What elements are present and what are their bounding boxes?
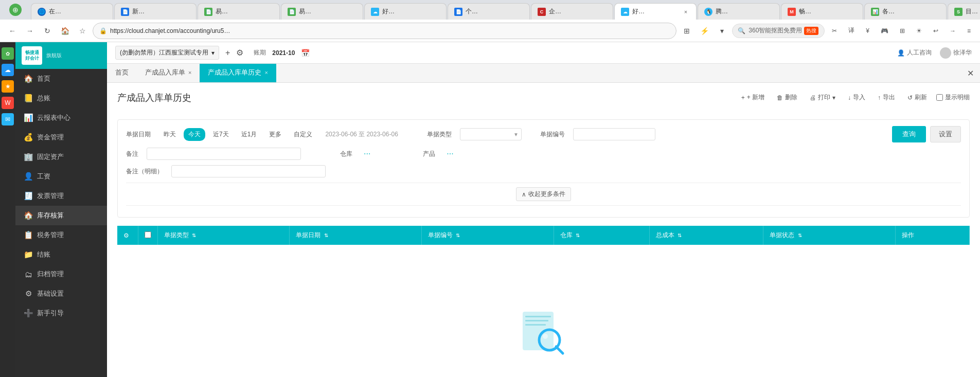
remark-detail-input[interactable] [171,165,326,177]
tab-close-btn[interactable]: × [682,8,690,16]
date-btn-1month[interactable]: 近1月 [237,128,262,141]
page-tab-home[interactable]: 首页 [107,64,137,82]
browser-tab-10[interactable]: M 畅… [781,3,863,20]
import-icon: ↓ [848,94,851,101]
flash-btn[interactable]: ⚡ [697,24,711,38]
th-total-cost[interactable]: 总成本 ⇅ [649,226,763,245]
page-tabs: 首页 产成品入库单 × 产成品入库单历史 × ✕ [107,64,980,83]
search-bar[interactable]: 🔍 360智能抠图免费用 热搜 [732,24,825,38]
sidebar-item-funds[interactable]: 💰 资金管理 [15,128,107,147]
sidebar-item-newvoucher[interactable]: ➕ 新手引导 [15,303,107,323]
th-status[interactable]: 单据状态 ⇅ [763,226,896,245]
content-area: 产成品入库单历史 + + 新增 🗑 删除 🖨 打印 [107,83,980,377]
calendar-icon[interactable]: 📅 [301,49,310,57]
search-btn[interactable]: 查询 [892,126,926,142]
browser-tab-8[interactable]: ☁ 好… × [614,3,697,20]
sidebar-item-home[interactable]: 🏠 首页 [15,69,107,88]
voucher-type-select[interactable] [460,128,522,140]
grid-btn[interactable]: ⊞ [896,24,909,38]
sidebar-item-archive[interactable]: 🗂 归档管理 [15,264,107,284]
tab-close-voucher[interactable]: × [188,69,191,76]
game-btn[interactable]: 🎮 [877,24,893,38]
add-btn[interactable]: + + 新增 [738,91,768,104]
print-btn[interactable]: 🖨 打印 ▾ [807,91,839,104]
refresh-btn[interactable]: ↻ [40,24,55,38]
page-tab-voucher-list[interactable]: 产成品入库单 × [137,64,200,82]
browser-tab-4[interactable]: 📄 易… [281,3,363,20]
launcher-icon-2[interactable]: ☁ [2,64,14,76]
user-service-btn[interactable]: 👤 人工咨询 [897,48,932,57]
warehouse-label: 仓库 [340,150,352,158]
th-warehouse[interactable]: 仓库 ⇅ [554,226,649,245]
browser-tab-9[interactable]: 🐧 腾… [698,3,780,20]
tab-close-history[interactable]: × [264,69,268,76]
browser-tab-7[interactable]: C 企… [531,3,613,20]
collapse-btn[interactable]: ∧ 收起更多条件 [516,187,571,201]
date-btn-today[interactable]: 今天 [184,128,205,141]
voucher-no-input[interactable] [573,128,655,140]
theme-btn[interactable]: ☀ [912,24,926,38]
wallet-btn[interactable]: ¥ [862,24,874,38]
date-btn-more[interactable]: 更多 [264,128,286,141]
sidebar-item-inventory[interactable]: 🏠 库存核算 [15,206,107,225]
bookmark-btn[interactable]: ☆ [75,24,90,38]
add-company-btn[interactable]: + [225,48,230,58]
date-btn-7days[interactable]: 近7天 [208,128,234,141]
sidebar-item-settle[interactable]: 📁 结账 [15,245,107,264]
remark-input[interactable] [147,148,301,160]
date-btn-yesterday[interactable]: 昨天 [159,128,181,141]
close-panel-btn[interactable]: ✕ [967,68,980,78]
launcher-icon-1[interactable]: ✿ [2,47,14,60]
launcher-icon-5[interactable]: ✉ [2,113,14,125]
delete-btn[interactable]: 🗑 删除 [774,91,800,104]
address-bar[interactable]: 🔒 https://cloud.chanjet.com/accounting/u… [93,23,676,39]
scissors-btn[interactable]: ✂ [828,24,841,38]
sidebar-item-basic[interactable]: ⚙ 基础设置 [15,284,107,303]
dropdown-btn[interactable]: ▾ [715,24,729,38]
select-all-checkbox[interactable] [145,231,151,238]
back-btn[interactable]: ← [5,24,20,38]
settings-btn-filter[interactable]: 设置 [930,126,961,142]
th-number[interactable]: 单据编号 ⇅ [421,226,554,245]
browser-tab-12[interactable]: S 目… [948,3,980,20]
th-date[interactable]: 单据日期 ⇅ [290,226,422,245]
th-voucher-type[interactable]: 单据类型 ⇅ [157,226,290,245]
launcher-icon-4[interactable]: W [2,97,14,109]
sidebar-item-invoice[interactable]: 🧾 发票管理 [15,186,107,206]
sidebar-item-reports[interactable]: 📊 云报表中心 [15,108,107,128]
service-icon: 👤 [897,49,905,57]
browser-tab-2[interactable]: 📄 新… [114,3,197,20]
home-btn[interactable]: 🏠 [58,24,72,38]
show-detail-checkbox[interactable] [936,94,943,101]
back2-btn[interactable]: ↩ [929,24,942,38]
th-ops: 操作 [895,226,969,245]
th-gear[interactable]: ⚙ [117,226,138,245]
sidebar-item-payroll[interactable]: 👤 工资 [15,167,107,186]
browser-tab-3[interactable]: 📄 易… [198,3,280,20]
sidebar-item-tax[interactable]: 📋 税务管理 [15,225,107,245]
warehouse-dots[interactable]: ··· [361,149,373,158]
company-selector[interactable]: (勿删勿禁用）江西服宝测试专用 ▾ [115,46,219,60]
sidebar-item-ledger[interactable]: 📒 总账 [15,88,107,108]
menu-btn[interactable]: ≡ [963,24,975,38]
forward2-btn[interactable]: → [946,24,960,38]
settings-btn[interactable]: ⚙ [236,48,243,58]
browser-tab-1[interactable]: 🌐 在… [31,3,113,20]
browser-tab-11[interactable]: 📊 各… [864,3,947,20]
sidebar-item-fixed-assets[interactable]: 🏢 固定资产 [15,147,107,167]
th-checkbox[interactable] [138,226,157,245]
browser-tab-6[interactable]: 📄 个… [448,3,530,20]
page-tab-voucher-history[interactable]: 产成品入库单历史 × [200,64,276,82]
launcher-icon-3[interactable]: ★ [2,80,14,93]
forward-btn[interactable]: → [23,24,37,38]
export-btn[interactable]: ↑ 导出 [875,91,898,104]
user-profile[interactable]: 徐泽华 [940,47,972,59]
extensions-btn[interactable]: ⊞ [680,24,694,38]
archive-icon: 🗂 [24,270,33,279]
date-btn-custom[interactable]: 自定义 [289,128,317,141]
import-btn[interactable]: ↓ 导入 [845,91,868,104]
translate-btn[interactable]: 译 [844,24,859,38]
product-dots[interactable]: ··· [443,149,456,158]
browser-tab-5[interactable]: ☁ 好… [364,3,447,20]
refresh-btn[interactable]: ↺ 刷新 [904,91,930,104]
